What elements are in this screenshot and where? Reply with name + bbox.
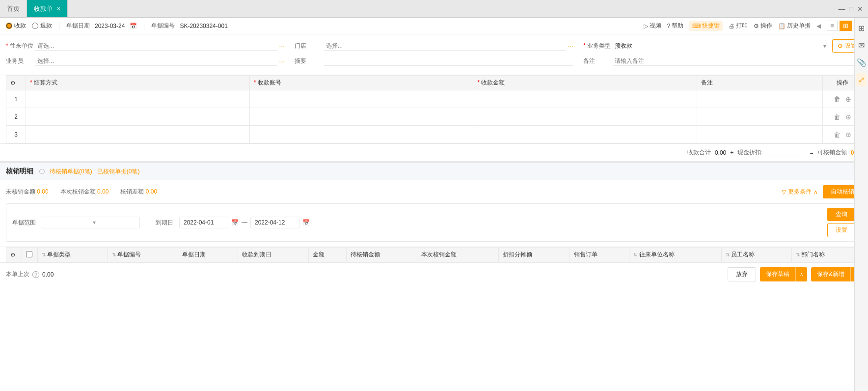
form-area: 往来单位 ··· 门店 ··· 业务类型 预收款 ▾ ⚙ 设置	[0, 34, 868, 75]
reconcile-info-icon[interactable]: ⓘ	[39, 168, 45, 175]
minimize-btn[interactable]: —	[839, 5, 845, 13]
remark-cell-1[interactable]	[697, 90, 823, 108]
table-settings-icon[interactable]: ⚙	[10, 80, 16, 86]
radio-refund[interactable]: 退款	[32, 22, 52, 30]
counterpart-more-icon[interactable]: ···	[279, 42, 285, 50]
store-more-icon[interactable]: ···	[568, 42, 573, 50]
save-new-main-btn[interactable]: 保存&新增	[811, 267, 850, 281]
reconcile-summary-row: 未核销金额 0.00 本次核销金额 0.00 核销差额 0.00 ▽ 更多条件 …	[6, 185, 862, 198]
prev-btn[interactable]: ◀	[816, 23, 821, 29]
date-from-input[interactable]	[179, 217, 228, 228]
bill-type-header[interactable]: ⇅ 单据类型	[38, 248, 108, 262]
table-settings-header[interactable]: ⚙	[6, 76, 26, 90]
radio-receipt[interactable]: 收款	[6, 22, 26, 30]
bottom-table-settings-icon[interactable]: ⚙	[10, 251, 16, 258]
counterpart-header[interactable]: ⇅ 往来单位名称	[629, 248, 722, 262]
reconcile-title: 核销明细	[6, 167, 33, 176]
total-value: 0.00	[715, 149, 726, 156]
range-select[interactable]: ▾	[42, 217, 140, 228]
amount-cell-1[interactable]	[473, 90, 697, 108]
receipt-type-group: 收款 退款	[6, 22, 52, 30]
reconcile-area: 未核销金额 0.00 本次核销金额 0.00 核销差额 0.00 ▽ 更多条件 …	[0, 180, 868, 247]
remark-input[interactable]	[613, 56, 862, 66]
tab-home[interactable]: 首页	[0, 0, 27, 17]
copy-row-3-btn[interactable]: ⊕	[844, 130, 852, 140]
reconcile-section-header: 核销明细 ⓘ 待核销单据(0笔) 已核销单据(0笔)	[0, 161, 868, 180]
shortcuts-icon: ⌨	[692, 23, 701, 29]
delete-row-2-btn[interactable]: 🗑	[833, 112, 841, 122]
grid-view-btn[interactable]: ⊞	[840, 21, 852, 31]
calendar-from-icon[interactable]: 📅	[231, 219, 239, 226]
remark-cell-3[interactable]	[697, 126, 823, 143]
sidebar-expand-icon[interactable]: ⤢	[856, 73, 867, 86]
settle-method-cell-3[interactable]	[26, 126, 250, 143]
account-cell-2[interactable]	[249, 108, 473, 126]
help-action[interactable]: ? 帮助	[667, 22, 684, 30]
counterpart-input[interactable]	[35, 41, 277, 51]
table-row: 3 🗑 ⊕	[6, 126, 862, 143]
settle-method-cell-2[interactable]	[26, 108, 250, 126]
amount-header: 收款金额	[473, 76, 697, 90]
query-btn[interactable]: 查询	[827, 208, 856, 221]
account-cell-1[interactable]	[249, 90, 473, 108]
more-conditions-btn[interactable]: ▽ 更多条件 ∧	[782, 188, 818, 196]
filter-row: 单据范围 ▾ 到期日 📅 — 📅 查询 设置	[6, 203, 862, 242]
remark-label: 备注	[583, 57, 613, 65]
staff-input[interactable]	[35, 56, 277, 66]
copy-row-1-btn[interactable]: ⊕	[844, 94, 852, 104]
calendar-icon[interactable]: 📅	[130, 23, 137, 29]
sales-order-header: 销售订单	[570, 248, 629, 262]
biz-type-field: 业务类型 预收款 ▾ ⚙ 设置	[583, 39, 862, 53]
settle-method-cell-1[interactable]	[26, 90, 250, 108]
bill-number-header[interactable]: ⇅ 单据编号	[108, 248, 178, 262]
department-header[interactable]: ⇅ 部门名称	[792, 248, 862, 262]
discard-btn[interactable]: 放弃	[728, 267, 756, 281]
operations-action[interactable]: ⚙ 操作	[754, 22, 772, 30]
store-input[interactable]	[324, 41, 566, 51]
plus-sign: +	[730, 149, 733, 156]
list-view-btn[interactable]: ≡	[827, 21, 838, 31]
select-all-checkbox[interactable]	[26, 251, 32, 257]
amount-cell-3[interactable]	[473, 126, 697, 143]
shortcuts-action[interactable]: ⌨ 快捷键	[689, 21, 723, 31]
biz-type-dropdown-icon[interactable]: ▾	[823, 43, 826, 50]
copy-row-2-btn[interactable]: ⊕	[844, 112, 852, 122]
account-header: 收款账号	[249, 76, 473, 90]
pending-tab-link[interactable]: 待核销单据(0笔)	[50, 168, 92, 176]
settings-col-header[interactable]: ⚙	[6, 248, 22, 262]
summary-input[interactable]	[324, 56, 573, 66]
done-tab-link[interactable]: 已核销单据(0笔)	[97, 168, 140, 176]
checkbox-col-header[interactable]	[22, 248, 38, 262]
remark-cell-2[interactable]	[697, 108, 823, 126]
delete-row-1-btn[interactable]: 🗑	[833, 94, 841, 104]
filter-settings-btn[interactable]: 设置	[827, 223, 856, 237]
sidebar-attachment-icon[interactable]: 📎	[855, 56, 868, 69]
range-dropdown-icon: ▾	[93, 219, 136, 226]
delete-row-3-btn[interactable]: 🗑	[833, 130, 841, 140]
top-toolbar: 收款 退款 单据日期 2023-03-24 📅 单据编号 SK-20230324…	[0, 18, 868, 34]
history-action[interactable]: 📋 历史单据	[778, 22, 811, 30]
date-to-input[interactable]	[250, 217, 299, 228]
save-draft-main-btn[interactable]: 保存草稿	[760, 267, 795, 281]
account-cell-3[interactable]	[249, 126, 473, 143]
video-icon: ▷	[644, 23, 648, 29]
close-btn[interactable]: ✕	[857, 5, 863, 13]
video-action[interactable]: ▷ 视频	[644, 22, 661, 30]
discount-input[interactable]	[767, 148, 806, 157]
tab-receipt[interactable]: 收款单 ×	[27, 0, 68, 17]
amount-cell-2[interactable]	[473, 108, 697, 126]
footer-info-icon[interactable]: ?	[32, 271, 39, 278]
staff-header[interactable]: ⇅ 员工名称	[722, 248, 792, 262]
print-action[interactable]: 🖨 打印	[729, 22, 748, 30]
bill-number-sort-icon: ⇅	[112, 252, 116, 257]
maximize-btn[interactable]: □	[849, 5, 853, 13]
staff-more-icon[interactable]: ···	[279, 57, 285, 65]
operations-icon: ⚙	[754, 23, 759, 29]
date-range: 📅 — 📅	[179, 217, 310, 228]
save-draft-dropdown-btn[interactable]: ∧	[795, 267, 807, 281]
tab-receipt-close[interactable]: ×	[57, 5, 60, 12]
right-sidebar: ⊞ ✉ 📎 ⤢	[854, 18, 868, 391]
calendar-to-icon[interactable]: 📅	[302, 219, 310, 226]
sidebar-table-icon[interactable]: ⊞	[856, 22, 867, 35]
sidebar-email-icon[interactable]: ✉	[856, 39, 867, 52]
